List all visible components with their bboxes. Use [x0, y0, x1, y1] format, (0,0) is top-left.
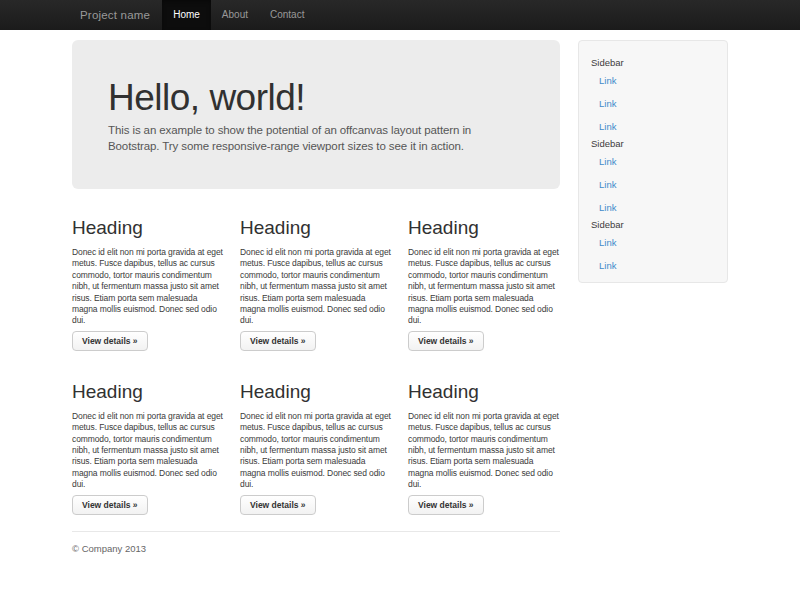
nav-item-contact[interactable]: Contact	[259, 0, 315, 30]
card-body: Donec id elit non mi porta gravida at eg…	[72, 247, 224, 327]
card-heading: Heading	[240, 381, 392, 403]
view-details-button[interactable]: View details »	[72, 495, 148, 515]
view-details-button[interactable]: View details »	[240, 331, 316, 351]
card-body: Donec id elit non mi porta gravida at eg…	[72, 411, 224, 491]
card: HeadingDonec id elit non mi porta gravid…	[240, 381, 392, 515]
sidebar: SidebarLinkLinkLinkSidebarLinkLinkLinkSi…	[578, 40, 728, 283]
jumbotron: Hello, world! This is an example to show…	[72, 40, 560, 189]
view-details-button[interactable]: View details »	[408, 495, 484, 515]
card-heading: Heading	[240, 217, 392, 239]
footer: © Company 2013	[72, 531, 560, 594]
sidebar-link[interactable]: Link	[599, 72, 715, 95]
page-container: Hello, world! This is an example to show…	[72, 40, 728, 594]
navbar-menu: HomeAboutContact	[162, 0, 315, 30]
sidebar-link[interactable]: Link	[599, 95, 715, 118]
card-heading: Heading	[72, 217, 224, 239]
card-body: Donec id elit non mi porta gravida at eg…	[408, 247, 560, 327]
card: HeadingDonec id elit non mi porta gravid…	[408, 381, 560, 515]
card: HeadingDonec id elit non mi porta gravid…	[72, 217, 224, 351]
view-details-button[interactable]: View details »	[240, 495, 316, 515]
card-body: Donec id elit non mi porta gravida at eg…	[408, 411, 560, 491]
sidebar-link[interactable]: Link	[599, 176, 715, 199]
content-row: Hello, world! This is an example to show…	[72, 40, 728, 594]
sidebar-group-title: Sidebar	[591, 57, 715, 69]
sidebar-group-title: Sidebar	[591, 138, 715, 150]
sidebar-link[interactable]: Link	[599, 257, 715, 280]
sidebar-link[interactable]: Link	[599, 234, 715, 257]
card-heading: Heading	[408, 381, 560, 403]
card-heading: Heading	[72, 381, 224, 403]
card-body: Donec id elit non mi porta gravida at eg…	[240, 411, 392, 491]
view-details-button[interactable]: View details »	[408, 331, 484, 351]
card-heading: Heading	[408, 217, 560, 239]
navbar-inner: Project name HomeAboutContact	[72, 0, 728, 30]
jumbotron-title: Hello, world!	[108, 77, 524, 119]
main-column: Hello, world! This is an example to show…	[72, 40, 560, 594]
card: HeadingDonec id elit non mi porta gravid…	[240, 217, 392, 351]
jumbotron-body: This is an example to show the potential…	[108, 123, 522, 154]
navbar: Project name HomeAboutContact	[0, 0, 800, 30]
cards-grid: HeadingDonec id elit non mi porta gravid…	[72, 217, 560, 515]
navbar-brand[interactable]: Project name	[80, 0, 162, 30]
footer-copyright: © Company 2013	[72, 543, 560, 554]
card: HeadingDonec id elit non mi porta gravid…	[408, 217, 560, 351]
card: HeadingDonec id elit non mi porta gravid…	[72, 381, 224, 515]
view-details-button[interactable]: View details »	[72, 331, 148, 351]
sidebar-link[interactable]: Link	[599, 153, 715, 176]
card-body: Donec id elit non mi porta gravida at eg…	[240, 247, 392, 327]
nav-item-home[interactable]: Home	[162, 0, 211, 30]
sidebar-group-title: Sidebar	[591, 219, 715, 231]
nav-item-about[interactable]: About	[211, 0, 259, 30]
